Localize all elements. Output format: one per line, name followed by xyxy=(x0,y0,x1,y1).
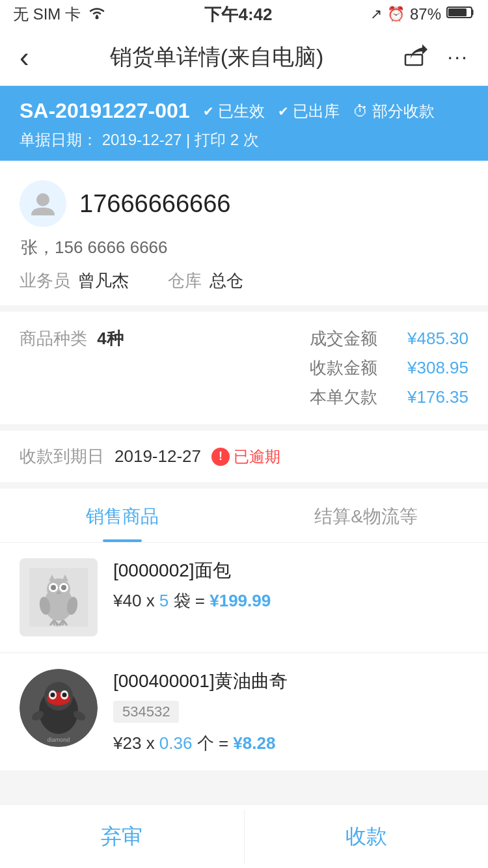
banner-row2: 单据日期： 2019-12-27 | 打印 2 次 xyxy=(20,129,468,150)
owed-item: 本单欠款 ¥176.35 xyxy=(310,386,468,409)
order-date: 2019-12-27 xyxy=(102,131,182,148)
svg-point-0 xyxy=(96,16,99,20)
product-type: 商品种类 4种 xyxy=(20,327,124,350)
product-name-2: [000400001]黄油曲奇 xyxy=(113,669,468,694)
check-icon-1: ✔ xyxy=(203,103,214,119)
status-effective-text: 已生效 xyxy=(218,101,265,122)
print-separator: | 打印 xyxy=(186,131,230,148)
qty-1: 5 xyxy=(159,591,169,610)
bottom-bar: 弃审 收款 xyxy=(0,804,488,868)
cancel-button[interactable]: 弃审 xyxy=(0,809,245,864)
product-price-1: ¥40 x 5 袋 = ¥199.99 xyxy=(113,590,468,612)
qty-2: 0.36 xyxy=(159,733,193,753)
received-item: 收款金额 ¥308.95 xyxy=(310,357,468,379)
owed-value: ¥176.35 xyxy=(390,387,468,407)
print-count: 2 xyxy=(230,131,239,148)
product-tag-2: 534532 xyxy=(113,701,179,723)
tabs-section: 销售商品 结算&物流等 xyxy=(0,489,488,543)
due-section: 收款到期日 2019-12-27 ! 已逾期 xyxy=(0,431,488,482)
overdue-text: 已逾期 xyxy=(234,446,280,467)
status-carrier: 无 SIM 卡 xyxy=(13,4,107,25)
svg-point-31 xyxy=(62,693,67,698)
customer-name: 张，156 6666 6666 xyxy=(20,236,468,259)
total-1: ¥199.99 xyxy=(210,591,271,610)
summary-amounts: 成交金额 ¥485.30 收款金额 ¥308.95 本单欠款 ¥176.35 xyxy=(310,327,468,409)
customer-section: 17666666666 张，156 6666 6666 业务员 曾凡杰 仓库 总… xyxy=(0,161,488,305)
warehouse-label: 仓库 xyxy=(168,269,202,292)
tab-products[interactable]: 销售商品 xyxy=(0,489,244,542)
warehouse-value: 总仓 xyxy=(210,269,243,292)
unit-price-2: ¥23 xyxy=(113,733,141,753)
summary-section: 商品种类 4种 成交金额 ¥485.30 收款金额 ¥308.95 本单欠款 ¥… xyxy=(0,312,488,424)
status-partial: ⏱ 部分收款 xyxy=(353,101,435,122)
confirm-button[interactable]: 收款 xyxy=(245,809,489,864)
svg-rect-3 xyxy=(405,55,422,65)
svg-text:品+: 品+ xyxy=(55,622,63,627)
nav-bar: ‹ 销货单详情(来自电脑) ··· xyxy=(0,29,488,86)
product-name-1: [0000002]面包 xyxy=(113,558,468,583)
product-info-1: [0000002]面包 ¥40 x 5 袋 = ¥199.99 xyxy=(113,558,468,612)
product-type-label: 商品种类 xyxy=(20,329,87,348)
unit-1: 袋 xyxy=(174,591,191,610)
banner-row1: SA-20191227-001 ✔ 已生效 ✔ 已出库 ⏱ 部分收款 xyxy=(20,99,468,123)
svg-text:diamond: diamond xyxy=(47,737,70,743)
overdue-icon: ! xyxy=(211,448,230,466)
print-suffix: 次 xyxy=(243,131,259,148)
clock-icon: ⏱ xyxy=(353,102,368,120)
product-price-2: ¥23 x 0.36 个 = ¥8.28 xyxy=(113,732,468,755)
svg-point-4 xyxy=(36,193,49,206)
due-label: 收款到期日 xyxy=(20,445,104,468)
customer-meta: 业务员 曾凡杰 仓库 总仓 xyxy=(20,269,468,292)
thumb-placeholder-1: 品+ xyxy=(20,558,98,636)
wifi-icon xyxy=(87,5,107,23)
unit-price-1: ¥40 xyxy=(113,591,141,610)
product-info-2: [000400001]黄油曲奇 534532 ¥23 x 0.36 个 = ¥8… xyxy=(113,669,468,755)
status-right: ↗ ⏰ 87% xyxy=(370,5,475,23)
price-separator-2: x xyxy=(146,733,159,753)
status-shipped-text: 已出库 xyxy=(293,101,340,122)
status-effective: ✔ 已生效 xyxy=(203,101,265,122)
nav-title: 销货单详情(来自电脑) xyxy=(110,42,324,72)
order-id: SA-20191227-001 xyxy=(20,99,190,123)
due-date-value: 2019-12-27 xyxy=(115,446,201,467)
overdue-badge: ! 已逾期 xyxy=(211,446,280,467)
product-code-2: [000400001]黄油曲奇 xyxy=(113,671,288,691)
owed-label: 本单欠款 xyxy=(310,386,377,409)
avatar xyxy=(20,180,66,227)
product-thumb-1: 品+ xyxy=(20,558,98,636)
check-icon-2: ✔ xyxy=(278,103,289,119)
equals-1: = xyxy=(195,591,210,610)
tab-settlement[interactable]: 结算&物流等 xyxy=(244,489,488,542)
header-banner: SA-20191227-001 ✔ 已生效 ✔ 已出库 ⏱ 部分收款 单据日期：… xyxy=(0,86,488,161)
status-partial-text: 部分收款 xyxy=(372,101,435,122)
list-item: diamond [000400001]黄油曲奇 534532 ¥23 x 0.3… xyxy=(0,653,488,770)
amount-item: 成交金额 ¥485.30 xyxy=(310,327,468,350)
status-time: 下午4:42 xyxy=(204,3,272,26)
sales-rep-value: 曾凡杰 xyxy=(78,269,129,292)
equals-2: = xyxy=(219,733,233,753)
date-label: 单据日期： xyxy=(20,131,98,148)
svg-point-10 xyxy=(51,585,56,590)
customer-row: 17666666666 xyxy=(20,180,468,227)
product-thumb-2: diamond xyxy=(20,669,98,747)
back-button[interactable]: ‹ xyxy=(20,41,29,74)
unit-2: 个 xyxy=(197,733,214,753)
amount-label: 成交金额 xyxy=(310,327,377,350)
location-icon: ↗ xyxy=(370,6,382,23)
warehouse: 仓库 总仓 xyxy=(168,269,243,292)
svg-point-30 xyxy=(51,693,55,698)
status-shipped: ✔ 已出库 xyxy=(278,101,340,122)
share-icon[interactable] xyxy=(404,43,427,71)
alarm-icon: ⏰ xyxy=(387,6,405,23)
product-list: 品+ [0000002]面包 ¥40 x 5 袋 = ¥199.99 xyxy=(0,543,488,770)
more-icon[interactable]: ··· xyxy=(447,45,468,69)
battery-text: 87% xyxy=(410,5,441,23)
svg-point-11 xyxy=(61,585,66,590)
battery-icon xyxy=(446,5,475,23)
product-type-count: 4种 xyxy=(97,329,123,348)
status-bar: 无 SIM 卡 下午4:42 ↗ ⏰ 87% xyxy=(0,0,488,29)
tabs-row: 销售商品 结算&物流等 xyxy=(0,489,488,543)
received-value: ¥308.95 xyxy=(390,358,468,378)
sales-rep: 业务员 曾凡杰 xyxy=(20,269,129,292)
price-separator-1: x xyxy=(146,591,159,610)
